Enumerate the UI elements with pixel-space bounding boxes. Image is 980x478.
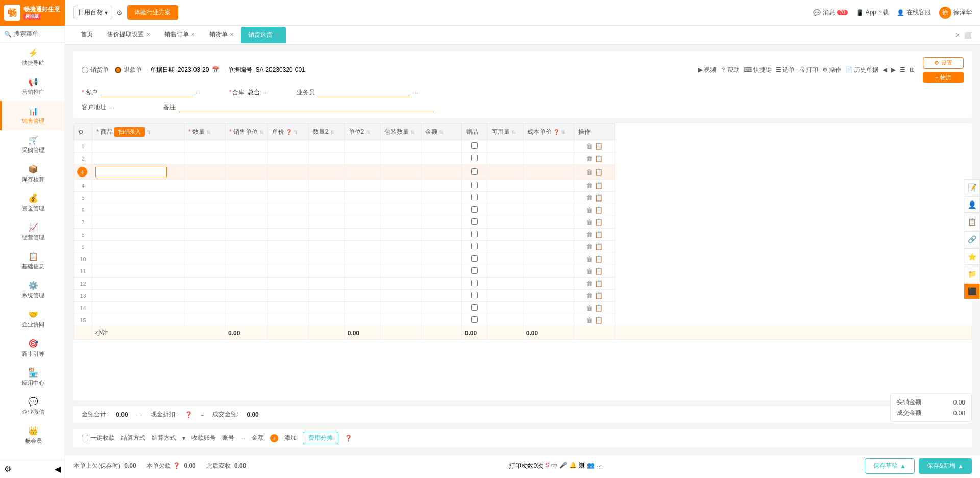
row-10-gift-checkbox[interactable] [471, 255, 478, 262]
row-6-unit2[interactable] [344, 204, 380, 216]
row-13-goods[interactable] [92, 290, 184, 302]
sidebar-item-enterprise[interactable]: 🤝 企业协同 [0, 305, 65, 334]
row-4-goods[interactable] [92, 180, 184, 192]
help-price-icon[interactable]: ❓ [286, 129, 292, 135]
collapse-icon[interactable]: ◀ [55, 464, 61, 474]
calendar-icon[interactable]: 📅 [212, 66, 219, 73]
row-6-delete-btn[interactable]: 🗑 [586, 206, 593, 214]
row-5-cost-unit[interactable] [523, 192, 574, 204]
row-12-goods[interactable] [92, 278, 184, 290]
row-7-cost-unit[interactable] [523, 216, 574, 229]
row-13-qty[interactable] [184, 290, 225, 302]
row-6-available[interactable] [487, 204, 523, 216]
row-3-available[interactable] [487, 165, 523, 180]
row-12-available[interactable] [487, 278, 523, 290]
row-10-unit2[interactable] [344, 253, 380, 265]
row-9-sale-unit[interactable] [225, 241, 268, 253]
row-13-amount[interactable] [421, 290, 461, 302]
row-5-amount[interactable] [421, 192, 461, 204]
row-4-amount[interactable] [421, 180, 461, 192]
row-5-unit-price[interactable] [267, 192, 308, 204]
row-4-available[interactable] [487, 180, 523, 192]
row-12-cost-unit[interactable] [523, 278, 574, 290]
row-12-qty2[interactable] [308, 278, 344, 290]
row-6-unit-price[interactable] [267, 204, 308, 216]
row-11-cost-unit[interactable] [523, 265, 574, 278]
tab-sale-order[interactable]: 销售订单 ✕ [157, 26, 202, 44]
radio-return-input[interactable] [115, 67, 121, 73]
row-7-goods[interactable] [92, 216, 184, 229]
row-7-amount[interactable] [421, 216, 461, 229]
row-11-qty2[interactable] [308, 265, 344, 278]
row-8-cost-unit[interactable] [523, 229, 574, 241]
sidebar-item-wechat[interactable]: 💬 企业微信 [0, 392, 65, 421]
sidebar-item-sales[interactable]: 📊 销售管理 [0, 101, 65, 130]
row-9-cost-unit[interactable] [523, 241, 574, 253]
row-1-copy-btn[interactable]: 📋 [595, 142, 603, 150]
row-2-unit-price[interactable] [267, 153, 308, 165]
sidebar-item-purchase[interactable]: 🛒 采购管理 [0, 130, 65, 159]
row-5-pack-qty[interactable] [380, 192, 421, 204]
row-13-unit2[interactable] [344, 290, 380, 302]
row-1-cost-unit[interactable] [523, 140, 574, 153]
row-14-cost-unit[interactable] [523, 302, 574, 314]
row-8-unit-price[interactable] [267, 229, 308, 241]
row-1-unit-price[interactable] [267, 140, 308, 153]
row-7-sale-unit[interactable] [225, 216, 268, 229]
row-15-qty2[interactable] [308, 314, 344, 326]
row-10-pack-qty[interactable] [380, 253, 421, 265]
tab-window-close-icon[interactable]: ✕ [955, 32, 960, 39]
row-6-sale-unit[interactable] [225, 204, 268, 216]
logistics-button[interactable]: + 物流 [923, 72, 964, 83]
row-4-copy-btn[interactable]: 📋 [595, 182, 603, 189]
row-13-cost-unit[interactable] [523, 290, 574, 302]
customer-dots[interactable]: ··· [195, 89, 201, 96]
toolbar-help[interactable]: ？ 帮助 [720, 66, 740, 74]
row-14-goods[interactable] [92, 302, 184, 314]
print-icon-4[interactable]: 🔔 [569, 462, 577, 470]
sort-qty2-icon[interactable]: ⇅ [330, 129, 334, 135]
row-10-unit-price[interactable] [267, 253, 308, 265]
online-service-btn[interactable]: 👤 在线客服 [897, 8, 931, 17]
row-2-copy-btn[interactable]: 📋 [595, 155, 603, 162]
row-1-gift-checkbox[interactable] [471, 142, 478, 149]
row-7-unit-price[interactable] [267, 216, 308, 229]
row-10-qty[interactable] [184, 253, 225, 265]
topbar-gear-icon[interactable]: ⚙ [116, 9, 123, 17]
row-4-delete-btn[interactable]: 🗑 [586, 182, 593, 189]
help-cost-icon[interactable]: ❓ [553, 129, 559, 135]
row-9-qty2[interactable] [308, 241, 344, 253]
sidebar-item-appstore[interactable]: 🏪 应用中心 [0, 363, 65, 392]
row-11-sale-unit[interactable] [225, 265, 268, 278]
user-profile[interactable]: 徐 徐泽华 [939, 7, 972, 19]
row-11-unit-price[interactable] [267, 265, 308, 278]
row-8-available[interactable] [487, 229, 523, 241]
scan-button[interactable]: 扫码录入 [114, 127, 145, 137]
row-3-amount[interactable] [421, 165, 461, 180]
toolbar-operation[interactable]: ⚙ 操作 [822, 66, 841, 74]
row-15-gift-checkbox[interactable] [471, 316, 478, 323]
row-14-qty[interactable] [184, 302, 225, 314]
side-icon-1[interactable]: 📝 [964, 179, 980, 195]
view-grid-icon[interactable]: ⊞ [910, 66, 915, 73]
row-4-qty[interactable] [184, 180, 225, 192]
row-10-cost-unit[interactable] [523, 253, 574, 265]
row-10-amount[interactable] [421, 253, 461, 265]
tab-expand-icon[interactable]: ⬜ [964, 32, 972, 39]
row-14-gift-checkbox[interactable] [471, 304, 478, 311]
row-3-unit2[interactable] [344, 165, 380, 180]
row-2-available[interactable] [487, 153, 523, 165]
row-9-goods[interactable] [92, 241, 184, 253]
print-icon-s[interactable]: S [545, 462, 549, 470]
industry-select[interactable]: 日用百货 ▾ [74, 6, 112, 19]
toolbar-video[interactable]: ▶ 视频 [698, 66, 716, 74]
print-icon-6[interactable]: 👥 [587, 462, 595, 470]
row-2-goods[interactable] [92, 153, 184, 165]
fee-help-icon[interactable]: ❓ [345, 435, 352, 442]
row-15-unit-price[interactable] [267, 314, 308, 326]
address-dots[interactable]: ··· [109, 104, 114, 111]
row-8-sale-unit[interactable] [225, 229, 268, 241]
toolbar-print[interactable]: 🖨 打印 [799, 66, 818, 74]
row-4-sale-unit[interactable] [225, 180, 268, 192]
app-download-btn[interactable]: 📱 App下载 [856, 8, 889, 17]
